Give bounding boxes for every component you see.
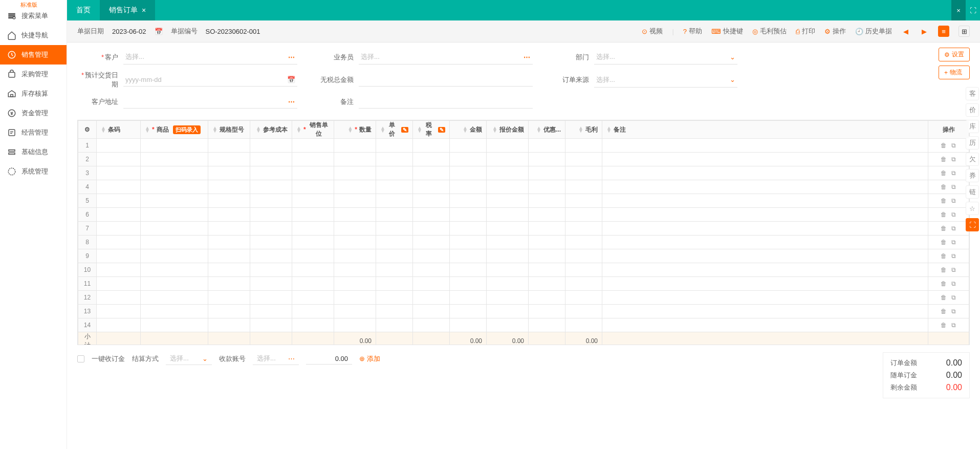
delete-icon[interactable]: 🗑 [940,211,947,218]
one-click-checkbox[interactable] [77,355,84,362]
chevron-down-icon[interactable]: ⌄ [730,53,735,61]
edit-icon[interactable]: ✎ [401,127,408,133]
delete-icon[interactable]: 🗑 [940,239,947,246]
sort-icon[interactable]: ▲▼ [492,126,497,133]
copy-icon[interactable]: ⧉ [950,197,957,204]
rail-btn-1[interactable]: 价 [966,103,979,117]
chevron-down-icon[interactable]: ⌄ [730,76,735,83]
copy-icon[interactable]: ⧉ [950,183,957,190]
table-row[interactable]: 7🗑⧉ [78,222,969,236]
remark-input[interactable] [359,95,533,109]
table-row[interactable]: 9🗑⧉ [78,249,969,263]
table-row[interactable]: 12🗑⧉ [78,291,969,305]
delete-icon[interactable]: 🗑 [940,156,947,163]
tab-sales-order[interactable]: 销售订单 × [100,0,155,20]
copy-icon[interactable]: ⧉ [950,308,957,315]
sidebar-item-nav[interactable]: 快捷导航 [0,26,67,45]
sidebar-item-stock[interactable]: 库存核算 [0,84,67,103]
sort-icon[interactable]: ▲▼ [380,126,385,133]
sidebar-item-system[interactable]: 系统管理 [0,162,67,181]
sort-icon[interactable]: ▲▼ [296,126,301,133]
operate-link[interactable]: ⚙操作 [824,27,846,36]
sort-icon[interactable]: ▲▼ [256,126,261,133]
settlement-select[interactable]: 选择...⌄ [166,352,212,365]
rail-btn-7[interactable]: ☆ [966,202,979,215]
sort-icon[interactable]: ▲▼ [212,126,217,133]
delete-icon[interactable]: 🗑 [940,225,947,232]
table-row[interactable]: 2🗑⧉ [78,153,969,166]
table-row[interactable]: 14🗑⧉ [78,318,969,332]
view-list-button[interactable]: ≡ [938,26,949,37]
rail-btn-6[interactable]: 链 [966,185,979,199]
profit-link[interactable]: ◎毛利预估 [752,27,787,36]
edit-icon[interactable]: ✎ [438,127,445,133]
gear-column[interactable]: ⚙ [78,121,97,139]
delete-icon[interactable]: 🗑 [940,308,947,315]
col-product[interactable]: ▲▼*商品扫码录入 [141,121,208,139]
copy-icon[interactable]: ⧉ [950,142,957,149]
col-qty[interactable]: ▲▼*数量 [334,121,376,139]
table-row[interactable]: 3🗑⧉ [78,166,969,180]
delete-icon[interactable]: 🗑 [940,197,947,204]
sidebar-item-search[interactable]: 搜索菜单 [0,6,67,26]
delete-icon[interactable]: 🗑 [940,322,947,329]
account-select[interactable]: 选择...⋯ [253,352,299,365]
close-panel-button[interactable]: × [951,0,966,20]
table-row[interactable]: 8🗑⧉ [78,236,969,249]
copy-icon[interactable]: ⧉ [950,211,957,218]
rail-btn-5[interactable]: 券 [966,169,979,182]
next-arrow[interactable]: ▶ [920,28,929,35]
history-link[interactable]: 🕘历史单据 [855,27,892,36]
more-icon[interactable]: ⋯ [288,98,295,105]
video-link[interactable]: ⊙视频 [642,27,663,36]
help-link[interactable]: ?帮助 [683,27,702,36]
dept-input[interactable]: 选择...⌄ [594,50,737,65]
delete-icon[interactable]: 🗑 [940,142,947,149]
prev-arrow[interactable]: ◀ [901,28,910,35]
calendar-icon[interactable]: 📅 [287,76,295,83]
col-spec[interactable]: ▲▼规格型号 [208,121,250,139]
view-grid-button[interactable]: ⊞ [959,26,970,37]
table-row[interactable]: 13🗑⧉ [78,305,969,318]
col-quote[interactable]: ▲▼报价金额 [487,121,529,139]
print-link[interactable]: ⎙打印 [796,27,815,36]
table-row[interactable]: 6🗑⧉ [78,208,969,222]
footer-amount[interactable]: 0.00 [306,353,352,365]
copy-icon[interactable]: ⧉ [950,252,957,260]
table-row[interactable]: 4🗑⧉ [78,180,969,194]
sort-icon[interactable]: ▲▼ [606,126,612,133]
col-amount[interactable]: ▲▼金额 [450,121,487,139]
delete-icon[interactable]: 🗑 [940,169,947,177]
close-icon[interactable]: × [142,6,146,14]
delete-icon[interactable]: 🗑 [940,280,947,287]
add-link[interactable]: ⊕添加 [359,354,380,364]
scan-badge[interactable]: 扫码录入 [173,125,201,134]
delete-icon[interactable]: 🗑 [940,266,947,273]
more-icon[interactable]: ⋯ [524,53,531,61]
sort-icon[interactable]: ▲▼ [101,126,106,133]
col-barcode[interactable]: ▲▼条码 [97,121,141,139]
copy-icon[interactable]: ⧉ [950,239,957,246]
sidebar-item-sales[interactable]: 销售管理 [0,45,67,65]
sidebar-item-funds[interactable]: 资金管理 [0,103,67,123]
delivery-date-input[interactable]: yyyy-mm-dd📅 [123,73,297,87]
sidebar-item-base[interactable]: 基础信息 [0,142,67,162]
table-row[interactable]: 11🗑⧉ [78,277,969,291]
copy-icon[interactable]: ⧉ [950,280,957,287]
address-input[interactable]: ⋯ [123,95,297,109]
sort-icon[interactable]: ▲▼ [347,126,353,133]
table-row[interactable]: 10🗑⧉ [78,263,969,277]
copy-icon[interactable]: ⧉ [950,266,957,273]
col-refcost[interactable]: ▲▼参考成本 [250,121,292,139]
salesman-input[interactable]: 选择...⋯ [359,50,533,65]
copy-icon[interactable]: ⧉ [950,156,957,163]
sort-icon[interactable]: ▲▼ [417,126,422,133]
copy-icon[interactable]: ⧉ [950,294,957,301]
fullscreen-button[interactable]: ⛶ [966,0,980,20]
col-unit[interactable]: ▲▼*销售单位 [292,121,334,139]
col-profit[interactable]: ▲▼毛利 [565,121,602,139]
sidebar-item-purchase[interactable]: 采购管理 [0,65,67,84]
sort-icon[interactable]: ▲▼ [145,126,150,133]
delete-icon[interactable]: 🗑 [940,294,947,301]
col-discount[interactable]: ▲▼优惠... [529,121,565,139]
